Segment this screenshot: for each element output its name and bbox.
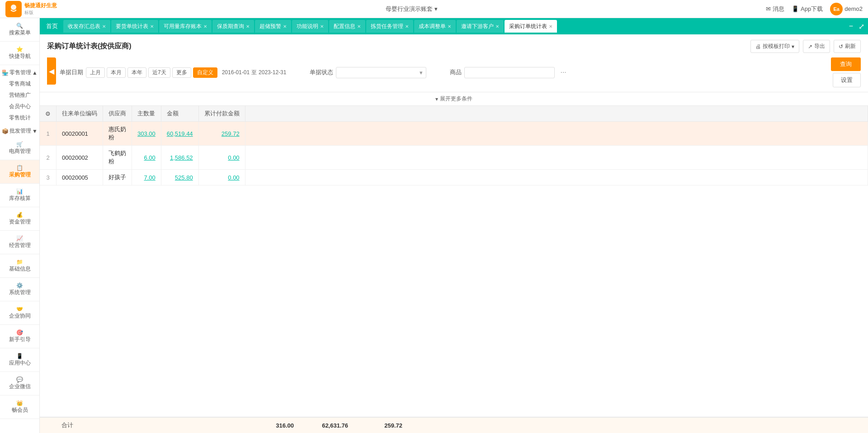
print-btn[interactable]: 🖨 按模板打印 ▾	[750, 40, 799, 53]
sidebar-item-retail-stat[interactable]: 零售统计	[0, 112, 39, 124]
row-quantity[interactable]: 6.00	[132, 146, 161, 170]
query-btn[interactable]: 查询	[831, 57, 861, 71]
main-layout: 🔍 搜索菜单 ⭐ 快捷导航 🏪 零售管理 ▲ 零售商城 营销推广 会员中心 零售…	[0, 18, 868, 433]
th-settings: ⚙	[40, 106, 57, 122]
data-table: ⚙ 往来单位编码 供应商 主数量 金额 累计付款金额 1	[40, 106, 868, 186]
close-icon[interactable]: ✕	[150, 24, 154, 29]
tab-overstock[interactable]: 超储预警 ✕	[255, 20, 291, 33]
th-paid: 累计付款金额	[198, 106, 245, 122]
table-row[interactable]: 2 00020002 飞鹤奶粉 6.00 1,586.52 0.00	[40, 146, 868, 170]
row-amount[interactable]: 1,586.52	[161, 146, 198, 170]
sidebar-item-shortcut[interactable]: ⭐ 快捷导航	[0, 42, 39, 65]
logo-icon	[5, 1, 22, 17]
sidebar-item-newbie[interactable]: 🎯 新手引导	[0, 325, 39, 348]
tab-config[interactable]: 配置信息 ✕	[329, 20, 365, 33]
shortcut-this-month[interactable]: 本月	[107, 67, 126, 78]
row-paid[interactable]: 0.00	[198, 146, 245, 170]
cart-icon: 🛒	[2, 141, 38, 148]
sidebar-item-wechat[interactable]: 💬 企业微信	[0, 372, 39, 395]
sidebar-item-inventory[interactable]: 📊 库存核算	[0, 184, 39, 207]
tab-requisition[interactable]: 要货单统计表 ✕	[111, 20, 158, 33]
message-btn[interactable]: ✉ 消息	[766, 5, 784, 13]
export-btn[interactable]: ↗ 导出	[803, 40, 830, 53]
fullscreen-btn[interactable]: ⤢	[857, 21, 866, 32]
row-extra	[245, 170, 868, 186]
search-icon: 🔍	[2, 23, 38, 29]
table-row[interactable]: 1 00020001 惠氏奶粉 303.00 60,519.44 259.72	[40, 122, 868, 146]
row-quantity[interactable]: 303.00	[132, 122, 161, 146]
sidebar-item-vip[interactable]: 👑 畅会员	[0, 395, 39, 419]
goods-filter: 商品 ···	[450, 67, 569, 78]
table-footer: 合计 316.00 62,631.76 259.72	[40, 417, 868, 433]
tab-expiry[interactable]: 保质期查询 ✕	[212, 20, 254, 33]
close-icon[interactable]: ✕	[549, 24, 552, 29]
tab-available[interactable]: 可用量库存账本 ✕	[159, 20, 212, 33]
tab-cost[interactable]: 成本调整单 ✕	[414, 20, 456, 33]
sidebar-item-retail[interactable]: 🏪 零售管理 ▲	[0, 65, 39, 78]
refresh-btn[interactable]: ↺ 刷新	[834, 40, 861, 53]
goods-label: 商品	[450, 68, 462, 76]
tab-picking[interactable]: 拣货任务管理 ✕	[366, 20, 413, 33]
username-label: demo2	[844, 5, 863, 12]
table-row[interactable]: 3 00020005 好孩子 7.00 525.80 0.00	[40, 170, 868, 186]
settings-btn[interactable]: 设置	[833, 73, 861, 87]
sidebar-item-ecommerce[interactable]: 🛒 电商管理	[0, 137, 39, 160]
sidebar-item-business[interactable]: 📈 经营管理	[0, 231, 39, 254]
shortcut-custom[interactable]: 自定义	[193, 67, 217, 78]
status-label: 单据状态	[310, 68, 333, 76]
more-options-icon[interactable]: ···	[557, 67, 569, 77]
row-amount[interactable]: 60,519.44	[161, 122, 198, 146]
tab-invite[interactable]: 邀请下游客户 ✕	[457, 20, 504, 33]
sidebar-item-retail-shop[interactable]: 零售商城	[0, 78, 39, 90]
tab-receive[interactable]: 收发存汇总表 ✕	[63, 20, 110, 33]
sidebar-item-enterprise[interactable]: 🤝 企业协同	[0, 301, 39, 325]
close-icon[interactable]: ✕	[320, 24, 324, 29]
sidebar-item-member[interactable]: 会员中心	[0, 101, 39, 112]
close-icon[interactable]: ✕	[246, 24, 250, 29]
close-icon[interactable]: ✕	[357, 24, 361, 29]
trending-icon: 📈	[2, 235, 38, 242]
sidebar-item-system[interactable]: ⚙️ 系统管理	[0, 278, 39, 301]
tab-function[interactable]: 功能说明 ✕	[292, 20, 328, 33]
workspace-selector[interactable]: 母婴行业演示账套 ▾	[386, 5, 438, 13]
shortcut-more[interactable]: 更多	[172, 67, 191, 78]
close-icon[interactable]: ✕	[448, 24, 451, 29]
goods-input[interactable]	[464, 67, 555, 78]
app-download-btn[interactable]: 📱 App下载	[792, 5, 823, 13]
sidebar-item-basic[interactable]: 📁 基础信息	[0, 254, 39, 278]
header-actions: 🖨 按模板打印 ▾ ↗ 导出 ↺ 刷新	[750, 40, 861, 53]
tab-home[interactable]: 首页	[42, 20, 62, 32]
row-quantity[interactable]: 7.00	[132, 170, 161, 186]
row-amount[interactable]: 525.80	[161, 170, 198, 186]
shortcut-this-year[interactable]: 本年	[127, 67, 146, 78]
filter-toggle-btn[interactable]: ◀	[47, 57, 56, 85]
sidebar-item-label: 营销推广	[2, 91, 38, 99]
close-icon[interactable]: ✕	[405, 24, 409, 29]
workspace-label: 母婴行业演示账套	[386, 5, 433, 13]
expand-btn[interactable]: ▾ 展开更多条件	[435, 95, 472, 103]
close-icon[interactable]: ✕	[495, 24, 499, 29]
row-paid[interactable]: 259.72	[198, 122, 245, 146]
tab-purchase-stat[interactable]: 采购订单统计表 ✕	[505, 20, 557, 33]
sidebar-item-label: 畅会员	[2, 406, 38, 414]
sidebar-item-purchase[interactable]: 📋 采购管理	[0, 160, 39, 184]
crown-icon: 👑	[2, 400, 38, 406]
sidebar-item-wholesale[interactable]: 📦 批发管理 ▼	[0, 124, 39, 137]
status-select[interactable]	[336, 67, 426, 78]
minimize-btn[interactable]: −	[847, 21, 855, 31]
sidebar-item-finance[interactable]: 💰 资金管理	[0, 207, 39, 231]
settings-icon[interactable]: ⚙	[45, 110, 51, 117]
close-icon[interactable]: ✕	[283, 24, 287, 29]
shortcut-7days[interactable]: 近7天	[148, 67, 170, 78]
close-icon[interactable]: ✕	[102, 24, 106, 29]
sidebar-item-marketing[interactable]: 营销推广	[0, 90, 39, 101]
sidebar-item-search[interactable]: 🔍 搜索菜单	[0, 18, 39, 42]
table-wrapper: ⚙ 往来单位编码 供应商 主数量 金额 累计付款金额 1	[40, 106, 868, 417]
sidebar-item-label: 电商管理	[2, 148, 38, 155]
close-icon[interactable]: ✕	[203, 24, 207, 29]
row-paid[interactable]: 0.00	[198, 170, 245, 186]
user-area[interactable]: Ea demo2	[830, 3, 863, 15]
th-extra	[245, 106, 868, 122]
shortcut-last-month[interactable]: 上月	[86, 67, 105, 78]
sidebar-item-app-center[interactable]: 📱 应用中心	[0, 348, 39, 372]
